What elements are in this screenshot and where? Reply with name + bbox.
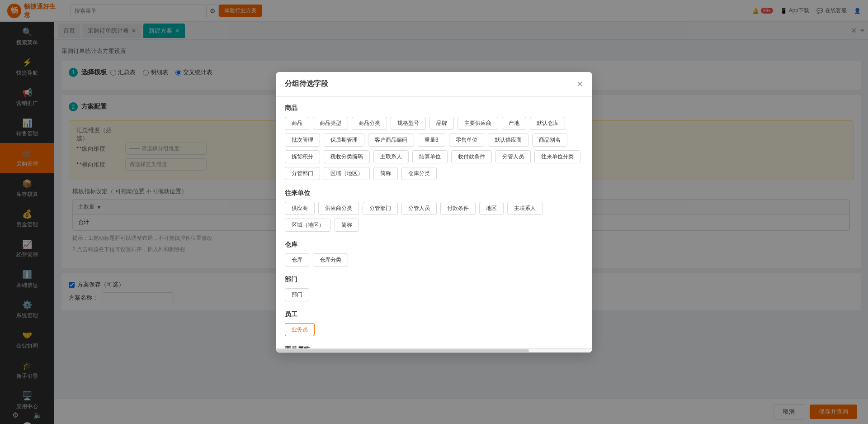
field-chip[interactable]: 分管部门 bbox=[285, 167, 320, 180]
modal-title: 分组待选字段 bbox=[285, 79, 328, 89]
modal: 分组待选字段 ✕ 商品商品商品类型商品分类规格型号品牌主要供应商产地默认仓库批次… bbox=[276, 72, 592, 353]
field-chip[interactable]: 产地 bbox=[502, 117, 526, 130]
field-chip[interactable]: 往来单位分类 bbox=[534, 150, 580, 163]
field-group-仓库: 仓库仓库仓库分类 bbox=[285, 241, 583, 267]
modal-overlay[interactable]: 分组待选字段 ✕ 商品商品商品类型商品分类规格型号品牌主要供应商产地默认仓库批次… bbox=[0, 0, 868, 424]
field-chip[interactable]: 分管人员 bbox=[401, 202, 437, 215]
field-chip[interactable]: 规格型号 bbox=[391, 117, 426, 130]
field-chip[interactable]: 地区 bbox=[479, 202, 504, 215]
field-chip[interactable]: 区域（地区） bbox=[324, 167, 370, 180]
field-chips-员工: 业务员 bbox=[285, 323, 583, 336]
field-group-部门: 部门部门 bbox=[285, 276, 583, 301]
field-chip[interactable]: 区域（地区） bbox=[285, 219, 331, 232]
field-chip[interactable]: 默认仓库 bbox=[530, 117, 565, 130]
field-chip[interactable]: 仓库 bbox=[285, 253, 309, 267]
field-group-员工: 员工业务员 bbox=[285, 310, 583, 336]
field-chip[interactable]: 供应商 bbox=[285, 202, 315, 215]
field-group-商品属性: 商品属性属性颜色多规格尺码鞋码1 bbox=[285, 345, 583, 348]
field-chip[interactable]: 重量3 bbox=[418, 133, 445, 147]
field-group-title: 商品 bbox=[285, 104, 583, 112]
field-chip[interactable]: 主要供应商 bbox=[458, 117, 498, 130]
field-chip[interactable]: 批次管理 bbox=[285, 133, 320, 147]
field-chip[interactable]: 仓库分类 bbox=[401, 167, 437, 180]
field-chip[interactable]: 保质期管理 bbox=[324, 133, 364, 147]
field-chip[interactable]: 零售单位 bbox=[449, 133, 484, 147]
field-chip[interactable]: 业务员 bbox=[285, 323, 315, 336]
modal-groups: 商品商品商品类型商品分类规格型号品牌主要供应商产地默认仓库批次管理保质期管理客户… bbox=[285, 104, 583, 348]
field-chips-往来单位: 供应商供应商分类分管部门分管人员付款条件地区主联系人区域（地区）简称 bbox=[285, 202, 583, 232]
field-group-title: 仓库 bbox=[285, 241, 583, 249]
field-chips-仓库: 仓库仓库分类 bbox=[285, 253, 583, 267]
field-chip[interactable]: 默认供应商 bbox=[488, 133, 528, 147]
field-group-往来单位: 往来单位供应商供应商分类分管部门分管人员付款条件地区主联系人区域（地区）简称 bbox=[285, 189, 583, 232]
field-chip[interactable]: 分管人员 bbox=[495, 150, 531, 163]
field-chip[interactable]: 付款条件 bbox=[440, 202, 476, 215]
field-chip[interactable]: 仓库分类 bbox=[313, 253, 348, 267]
field-chip[interactable]: 商品类型 bbox=[313, 117, 348, 130]
field-chip[interactable]: 客户商品编码 bbox=[368, 133, 414, 147]
field-chip[interactable]: 简称 bbox=[335, 219, 359, 232]
field-group-商品: 商品商品商品类型商品分类规格型号品牌主要供应商产地默认仓库批次管理保质期管理客户… bbox=[285, 104, 583, 180]
field-chip[interactable]: 商品别名 bbox=[532, 133, 567, 147]
field-group-title: 员工 bbox=[285, 310, 583, 319]
modal-scrollbar-thumb bbox=[276, 349, 529, 352]
field-group-title: 往来单位 bbox=[285, 189, 583, 197]
field-chip[interactable]: 主联系人 bbox=[507, 202, 542, 215]
field-chip[interactable]: 结算单位 bbox=[412, 150, 448, 163]
field-chip[interactable]: 主联系人 bbox=[373, 150, 409, 163]
field-chips-商品: 商品商品类型商品分类规格型号品牌主要供应商产地默认仓库批次管理保质期管理客户商品… bbox=[285, 117, 583, 180]
field-chip[interactable]: 收付款条件 bbox=[451, 150, 492, 163]
field-group-title: 商品属性 bbox=[285, 345, 583, 348]
field-chip[interactable]: 商品分类 bbox=[352, 117, 387, 130]
field-chip[interactable]: 部门 bbox=[285, 288, 309, 301]
modal-horizontal-scrollbar[interactable] bbox=[276, 348, 592, 353]
field-chips-部门: 部门 bbox=[285, 288, 583, 301]
field-chip[interactable]: 供应商分类 bbox=[318, 202, 359, 215]
modal-close-icon[interactable]: ✕ bbox=[576, 79, 583, 89]
modal-header: 分组待选字段 ✕ bbox=[276, 72, 592, 97]
field-group-title: 部门 bbox=[285, 276, 583, 284]
field-chip[interactable]: 拣货积分 bbox=[285, 150, 320, 163]
field-chip[interactable]: 分管部门 bbox=[363, 202, 398, 215]
field-chip[interactable]: 商品 bbox=[285, 117, 309, 130]
field-chip[interactable]: 简称 bbox=[373, 167, 398, 180]
modal-body: 商品商品商品类型商品分类规格型号品牌主要供应商产地默认仓库批次管理保质期管理客户… bbox=[276, 97, 592, 348]
field-chip[interactable]: 品牌 bbox=[429, 117, 454, 130]
field-chip[interactable]: 税收分类编码 bbox=[324, 150, 370, 163]
